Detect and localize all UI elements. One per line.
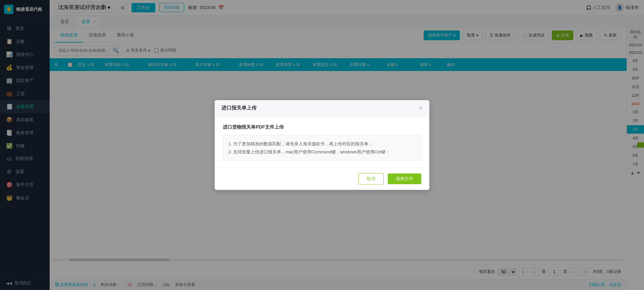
modal-header: 进口报关单上传 × [215,100,429,116]
select-file-button[interactable]: 选择文件 [388,173,421,184]
info-line-2: 2. 支持批量上传进口报关单，mac用户使用Command键，windows用户… [228,148,416,156]
import-modal: 进口报关单上传 × 进口货物报关单PDF文件上传 1. 为了更加精准的数据匹配，… [215,100,429,190]
modal-info-box: 1. 为了更加精准的数据匹配，请先录入海关缴款书，再上传对应的报关单； 2. 支… [223,135,421,161]
modal-title: 进口报关单上传 [221,105,257,111]
modal-close-button[interactable]: × [419,105,423,111]
modal-overlay: 进口报关单上传 × 进口货物报关单PDF文件上传 1. 为了更加精准的数据匹配，… [0,0,644,290]
cancel-button[interactable]: 取消 [358,173,384,185]
info-line-1: 1. 为了更加精准的数据匹配，请先录入海关缴款书，再上传对应的报关单； [228,140,416,148]
modal-body: 进口货物报关单PDF文件上传 1. 为了更加精准的数据匹配，请先录入海关缴款书，… [215,116,429,167]
modal-footer: 取消 选择文件 [215,167,429,190]
modal-section-title: 进口货物报关单PDF文件上传 [223,124,421,130]
